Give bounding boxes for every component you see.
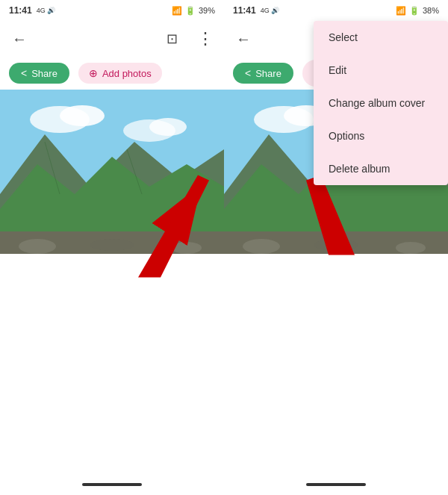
menu-item-select[interactable]: Select [314,21,448,54]
time-1: 11:41 [9,5,32,16]
status-bar-1: 11:41 4G 🔊 📶 🔋 39% [0,0,224,21]
svg-point-2 [60,105,105,126]
signal-indicators-1: 4G 🔊 [37,7,56,14]
svg-point-10 [172,242,202,254]
more-button-1[interactable]: ⋮ [191,25,218,52]
battery-text-2: 38% [423,6,439,15]
home-indicator-1 [0,474,224,495]
status-left-2: 11:41 4G 🔊 [233,5,279,16]
home-bar-1 [82,483,142,486]
share-icon-1: < [21,67,27,79]
dropdown-menu: Select Edit Change album cover Options D… [314,21,448,185]
status-bar-2: 11:41 4G 🔊 📶 🔋 38% [224,0,448,21]
wifi-icon-1: 📶 [172,6,182,16]
svg-point-9 [90,239,134,251]
more-icon-1: ⋮ [197,29,213,49]
share-label-1: Share [31,68,57,79]
home-indicator-2 [224,474,448,495]
battery-text-1: 39% [199,6,215,15]
wifi-icon-2: 📶 [396,6,406,16]
share-label-2: Share [255,68,281,79]
share-button-1[interactable]: < Share [9,63,69,84]
svg-point-4 [149,118,187,136]
mountain-photo-1 [0,90,224,254]
svg-point-8 [19,239,56,254]
svg-point-25 [396,242,426,254]
status-left-1: 11:41 4G 🔊 [9,5,55,16]
add-photos-button-1[interactable]: ⊕ Add photos [78,63,162,84]
action-row-1: < Share ⊕ Add photos [0,57,224,90]
back-icon-2: ← [236,31,251,48]
cast-icon-1: ⊡ [167,31,178,47]
time-2: 11:41 [233,5,256,16]
back-icon-1: ← [12,31,27,48]
battery-icon-2: 🔋 [409,6,420,16]
add-photos-label-1: Add photos [102,68,152,79]
back-button-1[interactable]: ← [6,25,33,52]
battery-icon-1: 🔋 [185,6,196,16]
signal-indicators-2: 4G 🔊 [261,7,280,14]
menu-item-change-album-cover[interactable]: Change album cover [314,87,448,119]
menu-item-edit[interactable]: Edit [314,54,448,87]
back-button-2[interactable]: ← [230,25,257,52]
share-button-2[interactable]: < Share [233,63,293,84]
phone-panel-1: 11:41 4G 🔊 📶 🔋 39% ← ⊡ ⋮ < Share ⊕ Add p… [0,0,224,495]
menu-item-options[interactable]: Options [314,119,448,152]
svg-point-23 [243,239,280,254]
home-bar-2 [306,483,366,486]
status-right-1: 📶 🔋 39% [172,6,215,16]
phone-panel-2: 11:41 4G 🔊 📶 🔋 38% ← ⊕ < Share ⬆ [224,0,448,495]
photo-area-1 [0,90,224,474]
top-bar-1: ← ⊡ ⋮ [0,21,224,57]
menu-item-delete-album[interactable]: Delete album [314,152,448,185]
cast-button-1[interactable]: ⊡ [158,25,185,52]
share-icon-2: < [245,67,251,79]
status-right-2: 📶 🔋 38% [396,6,439,16]
svg-point-24 [314,239,358,251]
add-photos-icon-1: ⊕ [89,67,98,79]
